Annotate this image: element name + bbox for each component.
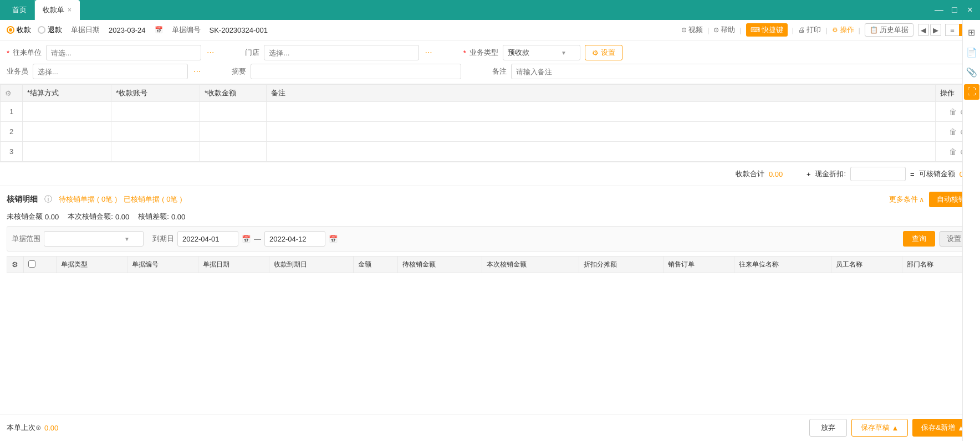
diff-stat: 核销差额: 0.00 [138, 212, 185, 222]
verify-amount-label: 可核销金额 [919, 169, 955, 179]
row-2-note[interactable] [267, 122, 936, 142]
verify-info-icon[interactable]: ⓘ [44, 194, 52, 204]
row-2-settlement[interactable] [23, 122, 111, 142]
list-view-button[interactable]: ≡ [945, 24, 959, 36]
th-checkbox-col [24, 257, 57, 273]
row-1-note[interactable] [267, 102, 936, 122]
range-select[interactable]: ▼ [44, 231, 144, 247]
verify-actions: 更多条件 ∧ 自动核销 [889, 192, 973, 207]
salesperson-input[interactable] [33, 64, 188, 79]
help-button[interactable]: ⊙ 帮助 [713, 25, 735, 35]
table-gear-icon[interactable]: ⚙ [12, 260, 18, 269]
tab-home-label: 首页 [12, 5, 27, 15]
main-content: 收款 退款 单据日期 2023-03-24 📅 单据编号 SK-20230324… [0, 20, 980, 441]
abandon-button[interactable]: 放弃 [809, 419, 847, 437]
salesperson-more-button[interactable]: ··· [193, 66, 201, 76]
tab-receipt[interactable]: 收款单 × [35, 0, 80, 20]
verify-table: ⚙ 单据类型 单据编号 单据日期 收款到期日 金额 待核销金额 本次核销金额 折… [7, 256, 973, 273]
sidebar-table-icon[interactable]: ⊞ [964, 24, 979, 40]
due-date-to-input[interactable] [264, 231, 325, 247]
shortcut-button[interactable]: ⌨ 快捷键 [746, 23, 788, 37]
pending-tab[interactable]: 待核销单据(0笔) [59, 194, 117, 204]
query-button[interactable]: 查询 [903, 231, 935, 247]
req-mark-business: * [463, 49, 466, 57]
operation-button[interactable]: ⚙ 操作 [832, 25, 854, 35]
row-1-amount[interactable] [200, 102, 267, 122]
row-3-account[interactable] [111, 142, 200, 162]
more-conditions-button[interactable]: 更多条件 ∧ [889, 194, 925, 204]
done-tab[interactable]: 已核销单据(0笔) [124, 194, 182, 204]
equals-sign: = [910, 170, 915, 178]
row-3-note[interactable] [267, 142, 936, 162]
radio-receipt[interactable]: 收款 [7, 25, 31, 35]
discount-label: 现金折扣: [815, 169, 846, 179]
total-row: 收款合计 0.00 + 现金折扣: = 可核销金额 0.00 [0, 162, 980, 186]
req-mark-counterpart: * [7, 49, 9, 57]
toolbar-row: 收款 退款 单据日期 2023-03-24 📅 单据编号 SK-20230324… [0, 20, 980, 40]
history-button[interactable]: 📋 历史单据 [865, 23, 913, 37]
sidebar-attach-icon[interactable]: 📎 [964, 64, 979, 80]
row-1-account[interactable] [111, 102, 200, 122]
collection-total-label: 收款合计 [736, 169, 764, 179]
minimize-button[interactable]: — [933, 5, 945, 15]
sidebar-doc-icon[interactable]: 📄 [964, 44, 979, 60]
row-1-delete-icon[interactable]: 🗑 [949, 107, 957, 116]
note-input[interactable] [511, 64, 973, 79]
due-date-filter-group: 到期日 📅 — 📅 [152, 231, 338, 247]
close-button[interactable]: × [964, 5, 976, 15]
range-filter-group: 单据范围 ▼ [12, 231, 144, 247]
summary-input[interactable] [251, 64, 461, 79]
form-section: * 往来单位 ··· 门店 ··· * 业务类型 预收款 ▼ ⚙ 设置 [0, 40, 980, 84]
row-num-1: 1 [1, 102, 23, 122]
discount-input[interactable] [850, 167, 906, 181]
row-3-delete-icon[interactable]: 🗑 [949, 147, 957, 156]
row-1-settlement[interactable] [23, 102, 111, 122]
cal-from-icon[interactable]: 📅 [242, 235, 251, 243]
plus-sign: + [807, 170, 811, 178]
close-tab-icon[interactable]: × [68, 6, 72, 14]
settings-button[interactable]: ⚙ 设置 [585, 45, 622, 60]
counterpart-more-button[interactable]: ··· [207, 48, 214, 58]
th-doc-type: 单据类型 [57, 257, 127, 273]
next-button[interactable]: ▶ [930, 24, 941, 36]
uncanceled-stat: 未核销金额 0.00 [7, 212, 59, 222]
th-doc-date: 单据日期 [198, 257, 269, 273]
print-button[interactable]: 🖨 打印 [798, 25, 821, 35]
row-2-delete-icon[interactable]: 🗑 [949, 127, 957, 136]
select-all-checkbox[interactable] [28, 260, 35, 268]
radio-refund[interactable]: 退款 [38, 25, 62, 35]
filter-row: 单据范围 ▼ 到期日 📅 — 📅 查询 设置 [7, 226, 973, 252]
row-3-settlement[interactable] [23, 142, 111, 162]
save-draft-button[interactable]: 保存草稿 ▲ [851, 419, 908, 437]
footer-doc-label: 本单上次⊙ [7, 423, 41, 433]
date-picker-icon[interactable]: 📅 [155, 26, 163, 34]
right-sidebar: ⊞ 📄 📎 ⛶ [962, 20, 980, 441]
radio-refund-label: 退款 [48, 25, 62, 35]
row-3-amount[interactable] [200, 142, 267, 162]
diff-value: 0.00 [171, 213, 185, 221]
prev-button[interactable]: ◀ [918, 24, 929, 36]
save-draft-dropdown-icon[interactable]: ▲ [892, 424, 899, 432]
due-date-from-input[interactable] [177, 231, 238, 247]
cal-to-icon[interactable]: 📅 [329, 235, 338, 243]
maximize-button[interactable]: □ [949, 5, 960, 15]
verify-title-row: 核销明细 ⓘ 待核销单据(0笔) 已核销单据(0笔) 更多条件 ∧ 自动核销 [7, 192, 973, 207]
footer-doc-value: 0.00 [44, 424, 58, 432]
uncanceled-label: 未核销金额 [7, 212, 43, 222]
current-cancel-label: 本次核销金额: [68, 212, 113, 222]
business-type-select[interactable]: 预收款 ▼ [503, 45, 580, 60]
tab-home[interactable]: 首页 [4, 0, 35, 20]
store-input[interactable] [264, 45, 419, 60]
doc-date-value[interactable]: 2023-03-24 [109, 26, 146, 34]
table-settings-icon[interactable]: ⚙ [5, 89, 12, 98]
counterpart-input[interactable] [46, 45, 201, 60]
toolbar-actions: ⊙ 视频 | ⊙ 帮助 | ⌨ 快捷键 | 🖨 打印 | ⚙ 操作 | 📋 历史… [681, 23, 973, 37]
row-2-account[interactable] [111, 122, 200, 142]
sidebar-expand-icon[interactable]: ⛶ [964, 84, 979, 100]
doc-date-label: 单据日期 [71, 25, 100, 35]
store-more-button[interactable]: ··· [425, 48, 432, 58]
th-current-cancel: 本次核销金额 [482, 257, 579, 273]
row-2-amount[interactable] [200, 122, 267, 142]
save-new-label: 保存&新增 [921, 423, 955, 433]
video-button[interactable]: ⊙ 视频 [681, 25, 703, 35]
